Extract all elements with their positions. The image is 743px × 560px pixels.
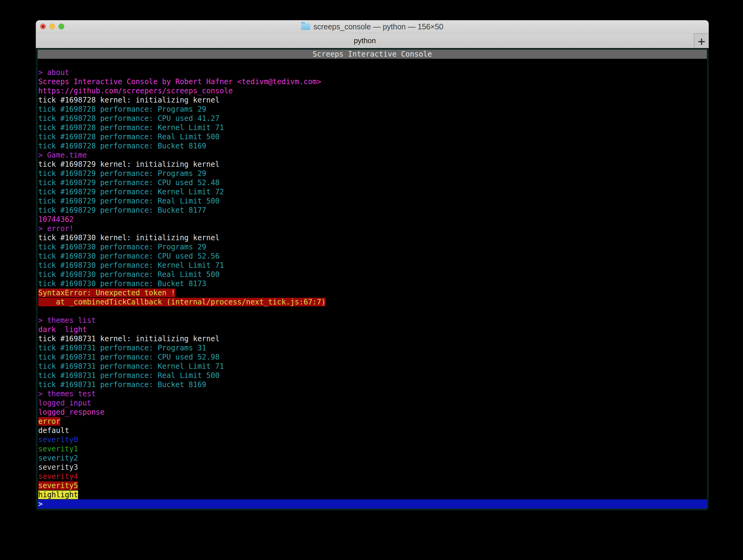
terminal-line: tick #1698730 kernel: initializing kerne… [38,233,707,242]
plus-icon: + [698,35,705,47]
terminal-line: tick #1698731 performance: Programs 31 [38,343,707,352]
terminal-line: severity3 [38,463,707,472]
terminal-line: tick #1698728 performance: Bucket 8169 [38,141,707,150]
terminal-line: tick #1698730 performance: Real Limit 50… [38,270,707,279]
terminal-line: severity0 [38,435,707,444]
terminal-line: severity4 [38,472,707,481]
terminal-line: SyntaxError: Unexpected token ! [38,288,707,297]
terminal-line: tick #1698729 performance: CPU used 52.4… [38,178,707,187]
terminal-line: https://github.com/screepers/screeps_con… [38,86,707,95]
terminal-line: > Game.time [38,150,707,160]
folder-icon [301,23,310,30]
terminal-line: severity5 [38,481,707,490]
terminal-line: severity1 [38,444,707,454]
terminal-line: error [38,417,707,426]
terminal-line: dark light [38,325,707,334]
terminal-line: tick #1698730 performance: CPU used 52.5… [38,252,707,261]
terminal-line: tick #1698730 performance: Bucket 8173 [38,279,707,288]
terminal-line: logged_response [38,407,707,417]
screenshot-root: { "window": { "title": "screeps_console … [0,0,743,560]
terminal-line: > error! [38,224,707,233]
terminal-line: tick #1698729 performance: Programs 29 [38,169,707,178]
terminal-line: > about [38,68,707,77]
terminal-line: tick #1698728 kernel: initializing kerne… [38,95,707,105]
prompt-line[interactable]: > [38,500,707,509]
terminal-content: Screeps Interactive Console > aboutScree… [38,50,707,509]
terminal-line: tick #1698731 performance: Real Limit 50… [38,371,707,380]
terminal-line: severity2 [38,454,707,463]
terminal-line: Screeps Interactive Console by Robert Ha… [38,77,707,86]
terminal-line: highlight [38,490,707,500]
terminal-window: screeps_console — python — 156×50 python… [36,20,709,510]
terminal-line: tick #1698729 performance: Kernel Limit … [38,187,707,197]
terminal-line: > themes list [38,316,707,325]
terminal-line: tick #1698728 performance: Real Limit 50… [38,132,707,141]
terminal-line: > themes test [38,389,707,398]
console-header: Screeps Interactive Console [38,50,707,59]
terminal-line: default [38,426,707,435]
tab-label: python [354,36,376,45]
terminal-line: tick #1698728 performance: CPU used 41.2… [38,114,707,123]
terminal-line: tick #1698730 performance: Programs 29 [38,242,707,252]
tab-python[interactable]: python [36,33,694,48]
terminal-line: logged_input [38,398,707,407]
terminal-frame: Screeps Interactive Console > aboutScree… [36,48,709,510]
terminal-line: tick #1698729 kernel: initializing kerne… [38,160,707,169]
terminal-line: tick #1698729 performance: Bucket 8177 [38,206,707,215]
terminal-line: tick #1698730 performance: Kernel Limit … [38,261,707,270]
terminal-line: tick #1698731 kernel: initializing kerne… [38,334,707,343]
terminal-line [38,59,707,68]
window-title: screeps_console — python — 156×50 [313,22,443,31]
tab-bar: python + [36,33,709,48]
console-output: > aboutScreeps Interactive Console by Ro… [38,59,707,509]
terminal-line: tick #1698731 performance: Bucket 8169 [38,380,707,389]
new-tab-button[interactable]: + [694,33,709,48]
terminal-line: at _combinedTickCallback (internal/proce… [38,297,707,307]
terminal-line: 10744362 [38,215,707,224]
close-button[interactable] [40,24,46,29]
zoom-button[interactable] [58,24,64,29]
terminal-line: tick #1698731 performance: Kernel Limit … [38,362,707,371]
terminal-line: tick #1698728 performance: Kernel Limit … [38,123,707,132]
terminal-line: tick #1698729 performance: Real Limit 50… [38,197,707,206]
title-bar: screeps_console — python — 156×50 [36,20,709,33]
terminal-line: tick #1698728 performance: Programs 29 [38,105,707,114]
minimize-button[interactable] [49,24,55,29]
terminal-line [38,307,707,316]
terminal-line: tick #1698731 performance: CPU used 52.9… [38,352,707,362]
